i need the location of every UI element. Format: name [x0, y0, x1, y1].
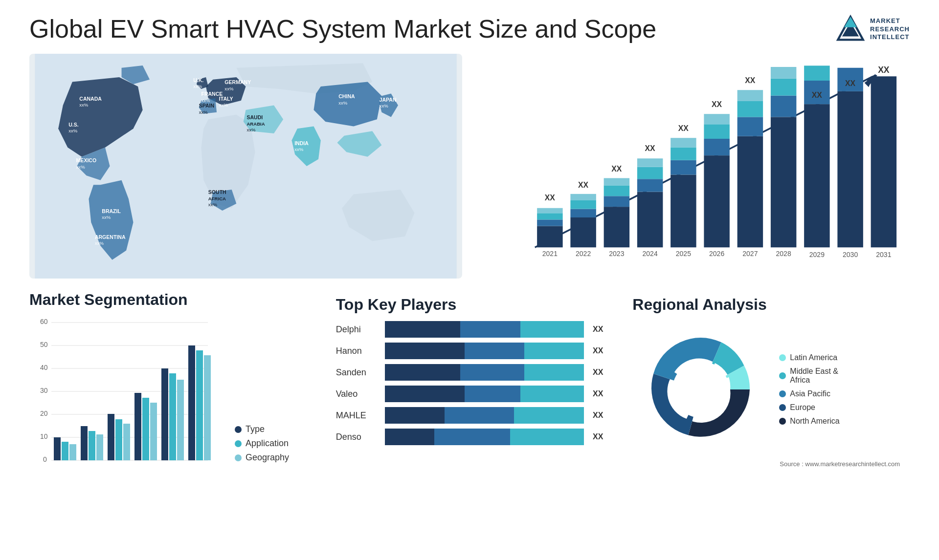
- svg-rect-40: [537, 219, 563, 226]
- svg-rect-70: [704, 139, 730, 155]
- svg-text:MEXICO: MEXICO: [76, 157, 97, 163]
- svg-text:2027: 2027: [742, 250, 758, 258]
- player-value-sanden: XX: [593, 368, 603, 377]
- logo-icon: [836, 15, 865, 44]
- page: Global EV Smart HVAC System Market Size …: [0, 0, 939, 560]
- player-bar-delphi: [385, 321, 584, 338]
- legend-type: Type: [235, 424, 289, 434]
- svg-text:xx%: xx%: [193, 84, 202, 89]
- legend-latin-america: Latin America: [779, 353, 839, 362]
- dot-asia-pacific: [779, 390, 786, 397]
- svg-text:xx%: xx%: [102, 215, 111, 220]
- svg-text:ITALY: ITALY: [219, 96, 233, 102]
- svg-text:2025: 2025: [676, 250, 691, 258]
- svg-rect-53: [604, 185, 630, 196]
- svg-text:xx%: xx%: [76, 164, 86, 170]
- legend-application: Application: [235, 438, 289, 449]
- legend-mea: Middle East &Africa: [779, 367, 839, 385]
- segmentation-title: Market Segmentation: [29, 291, 316, 309]
- svg-rect-114: [62, 442, 68, 460]
- svg-text:10: 10: [40, 432, 48, 440]
- growth-chart: XX 2021 XX 2022 XX 2023: [477, 54, 910, 279]
- bar-seg2: [465, 343, 524, 359]
- bar-seg1: [385, 321, 461, 338]
- svg-rect-51: [604, 207, 630, 247]
- player-row-denso: Denso XX: [336, 429, 604, 445]
- svg-text:xx%: xx%: [201, 98, 210, 103]
- bar-seg3: [514, 407, 584, 424]
- bar-seg3: [524, 364, 584, 381]
- source-text: Source : www.marketresearchintellect.com: [632, 460, 900, 468]
- svg-text:ARGENTINA: ARGENTINA: [95, 234, 126, 240]
- svg-rect-87: [804, 104, 830, 247]
- svg-rect-118: [89, 431, 95, 460]
- growth-chart-svg: XX 2021 XX 2022 XX 2023: [487, 64, 900, 269]
- mea-label: Middle East &Africa: [790, 367, 838, 385]
- player-bar-valeo: [385, 386, 584, 402]
- svg-rect-81: [771, 117, 797, 247]
- player-bar-wrap-sanden: [385, 364, 584, 381]
- svg-text:0: 0: [43, 455, 47, 463]
- player-name-hanon: Hanon: [336, 346, 380, 356]
- svg-rect-60: [637, 158, 663, 167]
- svg-text:XX: XX: [745, 76, 756, 85]
- bar-seg2: [460, 321, 520, 338]
- svg-rect-71: [704, 124, 730, 139]
- svg-text:xx%: xx%: [380, 103, 389, 108]
- legend-europe: Europe: [779, 403, 839, 412]
- segmentation-legend: Type Application Geography: [235, 424, 289, 463]
- svg-rect-46: [570, 209, 596, 218]
- svg-rect-117: [81, 426, 88, 460]
- bar-seg1: [385, 386, 465, 402]
- svg-rect-121: [108, 414, 114, 460]
- player-bar-wrap-mahle: [385, 407, 584, 424]
- svg-rect-83: [771, 79, 797, 96]
- svg-text:SAUDI: SAUDI: [246, 114, 263, 120]
- svg-rect-131: [177, 380, 184, 460]
- svg-text:XX: XX: [878, 65, 890, 75]
- legend-dot-application: [235, 440, 242, 447]
- svg-text:CHINA: CHINA: [338, 93, 355, 99]
- svg-rect-52: [604, 196, 630, 207]
- player-value-valeo: XX: [593, 389, 603, 398]
- bar-seg2: [460, 364, 524, 381]
- legend-north-america: North America: [779, 417, 839, 426]
- svg-rect-119: [96, 434, 103, 460]
- svg-text:XX: XX: [611, 165, 622, 173]
- bar-seg3: [520, 321, 584, 338]
- svg-rect-39: [537, 226, 563, 248]
- regional-title: Regional Analysis: [632, 296, 900, 314]
- player-name-valeo: Valeo: [336, 389, 380, 399]
- player-value-hanon: XX: [593, 346, 603, 355]
- svg-text:xx%: xx%: [95, 240, 104, 246]
- svg-text:2024: 2024: [139, 462, 153, 463]
- svg-text:2030: 2030: [843, 251, 858, 258]
- player-bar-wrap-delphi: [385, 321, 584, 338]
- svg-rect-129: [161, 368, 168, 460]
- svg-text:XX: XX: [645, 144, 656, 152]
- svg-rect-65: [671, 148, 696, 160]
- player-bar-wrap-hanon: [385, 343, 584, 359]
- player-bar-denso: [385, 429, 584, 445]
- player-row-valeo: Valeo XX: [336, 386, 604, 402]
- regional-section: Regional Analysis: [623, 291, 910, 473]
- world-map: CANADA xx% U.S. xx% MEXICO xx% BRAZIL xx…: [29, 54, 462, 279]
- svg-rect-94: [871, 76, 897, 247]
- svg-text:SOUTH: SOUTH: [208, 190, 226, 195]
- svg-text:BRAZIL: BRAZIL: [102, 208, 121, 214]
- svg-text:CANADA: CANADA: [79, 96, 102, 102]
- player-bar-wrap-denso: [385, 429, 584, 445]
- svg-text:2028: 2028: [776, 250, 791, 258]
- svg-text:xx%: xx%: [224, 86, 234, 91]
- bar-seg1: [385, 407, 445, 424]
- svg-text:2021: 2021: [59, 462, 72, 463]
- svg-text:2026: 2026: [193, 462, 206, 463]
- bar-seg2: [434, 429, 510, 445]
- header: Global EV Smart HVAC System Market Size …: [29, 15, 910, 44]
- svg-rect-64: [671, 160, 696, 175]
- player-bar-sanden: [385, 364, 584, 381]
- svg-text:XX: XX: [812, 91, 823, 99]
- svg-text:SPAIN: SPAIN: [199, 103, 214, 108]
- svg-text:20: 20: [40, 409, 48, 417]
- svg-text:JAPAN: JAPAN: [380, 97, 397, 103]
